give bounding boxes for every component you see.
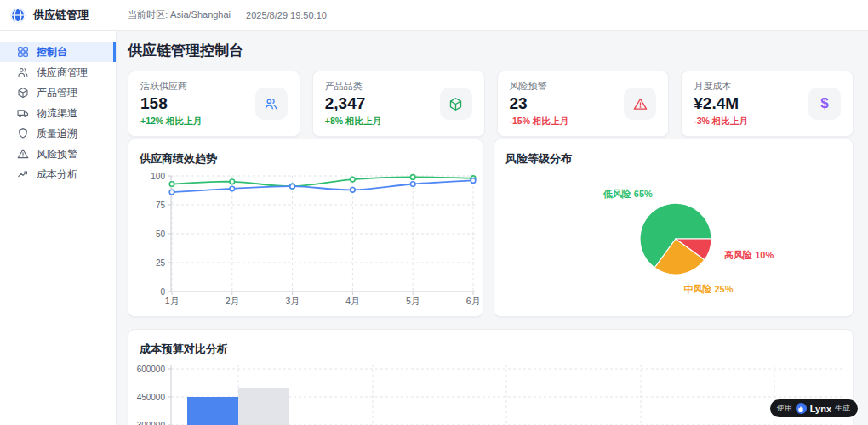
datetime-label: 2025/8/29 19:50:10: [246, 10, 327, 20]
svg-text:450000: 450000: [137, 393, 166, 402]
svg-text:300000: 300000: [137, 421, 166, 425]
svg-text:50: 50: [156, 230, 166, 239]
stats-row: 活跃供应商 158 +12% 相比上月 产品品类 2,347 +8% 相比上月 …: [128, 71, 854, 128]
badge-suffix: 生成: [835, 403, 850, 414]
stat-card-active-suppliers: 活跃供应商 158 +12% 相比上月: [128, 71, 300, 137]
pie-chart-card: 低风险 65%中风险 25%高风险 10% 风险等级分布: [494, 139, 854, 317]
sidebar-item-logistics[interactable]: 物流渠道: [0, 103, 116, 123]
chart-title: 供应商绩效趋势: [140, 151, 217, 167]
sidebar-item-label: 供应商管理: [37, 65, 88, 80]
svg-text:低风险 65%: 低风险 65%: [602, 189, 653, 199]
stat-card-monthly-cost: 月度成本 ¥2.4M -3% 相比上月 $: [681, 71, 854, 137]
stat-card-product-categories: 产品品类 2,347 +8% 相比上月: [312, 71, 485, 137]
sidebar-item-label: 产品管理: [37, 86, 77, 100]
suppliers-icon: [17, 66, 29, 78]
svg-text:75: 75: [156, 201, 166, 210]
svg-text:2月: 2月: [226, 296, 239, 306]
stat-icon-box: [624, 88, 656, 120]
users-icon: [264, 97, 278, 111]
dashboard-icon: [17, 46, 29, 58]
svg-text:100: 100: [151, 172, 165, 181]
lynx-logo-icon: [796, 403, 807, 414]
svg-text:6月: 6月: [466, 296, 480, 306]
stat-value: 2,347: [325, 94, 381, 113]
package-icon: [448, 97, 463, 111]
svg-text:0: 0: [160, 287, 165, 297]
alert-icon: [17, 148, 29, 160]
badge-brand: Lynx: [810, 404, 831, 414]
sidebar-item-label: 物流渠道: [37, 106, 77, 121]
page-title: 供应链管理控制台: [128, 41, 854, 60]
svg-text:中风险 25%: 中风险 25%: [683, 284, 733, 294]
app-title: 供应链管理: [33, 8, 89, 23]
svg-text:高风险 10%: 高风险 10%: [724, 250, 774, 260]
stat-value: ¥2.4M: [694, 94, 748, 113]
stat-label: 产品品类: [325, 80, 381, 93]
stat-label: 风险预警: [510, 80, 568, 93]
sidebar-item-cost[interactable]: 成本分析: [0, 164, 116, 184]
sidebar-item-label: 控制台: [37, 45, 67, 60]
main-content: 供应链管理控制台 活跃供应商 158 +12% 相比上月 产品品类 2,347 …: [117, 31, 868, 425]
sidebar-item-products[interactable]: 产品管理: [0, 82, 116, 103]
stat-icon-box: $: [808, 88, 841, 120]
bar-chart-card: 600000450000300000 成本预算对比分析: [128, 329, 854, 425]
svg-text:4月: 4月: [345, 296, 359, 306]
stat-value: 158: [140, 94, 202, 113]
svg-text:1月: 1月: [165, 296, 179, 306]
charts-row: 02550751001月2月3月4月5月6月 供应商绩效趋势 低风险 65%中风…: [128, 139, 854, 317]
sidebar-item-label: 质量追溯: [37, 127, 77, 141]
app-brand: 供应链管理: [0, 7, 117, 24]
stat-value: 23: [510, 94, 568, 113]
sidebar-item-label: 成本分析: [37, 167, 77, 182]
dollar-icon: $: [820, 95, 828, 112]
topbar: 供应链管理 当前时区: Asia/Shanghai 2025/8/29 19:5…: [0, 0, 868, 31]
chart-title: 成本预算对比分析: [140, 342, 228, 357]
globe-logo-icon: [9, 7, 26, 24]
svg-text:25: 25: [156, 258, 166, 268]
stat-label: 月度成本: [694, 80, 748, 93]
trend-icon: [17, 168, 29, 180]
sidebar-item-label: 风险预警: [37, 147, 77, 162]
svg-text:3月: 3月: [285, 296, 299, 306]
stat-icon-box: [255, 88, 288, 120]
sidebar: 控制台 供应商管理 产品管理 物流渠道 质量追溯 风险预警 成本分析: [0, 31, 117, 425]
timezone-label: 当前时区: Asia/Shanghai: [128, 8, 231, 21]
svg-text:5月: 5月: [406, 296, 420, 306]
sidebar-item-suppliers[interactable]: 供应商管理: [0, 62, 116, 82]
alert-icon: [633, 97, 648, 111]
stat-delta: -15% 相比上月: [510, 116, 568, 128]
truck-icon: [17, 107, 29, 119]
sidebar-item-dashboard[interactable]: 控制台: [0, 42, 116, 62]
badge-prefix: 使用: [777, 403, 792, 414]
svg-text:600000: 600000: [137, 365, 166, 374]
bar-chart: 600000450000300000: [128, 330, 853, 425]
chart-title: 风险等级分布: [505, 151, 572, 167]
stat-label: 活跃供应商: [140, 80, 202, 93]
lynx-badge[interactable]: 使用 Lynx 生成: [770, 400, 858, 417]
package-icon: [17, 87, 29, 99]
line-chart-card: 02550751001月2月3月4月5月6月 供应商绩效趋势: [128, 139, 483, 317]
stat-icon-box: [440, 88, 472, 120]
sidebar-item-quality[interactable]: 质量追溯: [0, 123, 116, 144]
shield-icon: [17, 128, 29, 139]
sidebar-item-risk[interactable]: 风险预警: [0, 144, 116, 164]
stat-delta: +12% 相比上月: [140, 116, 202, 128]
stat-delta: -3% 相比上月: [694, 116, 748, 128]
stat-card-risk-alerts: 风险预警 23 -15% 相比上月: [497, 71, 670, 137]
stat-delta: +8% 相比上月: [325, 116, 381, 128]
